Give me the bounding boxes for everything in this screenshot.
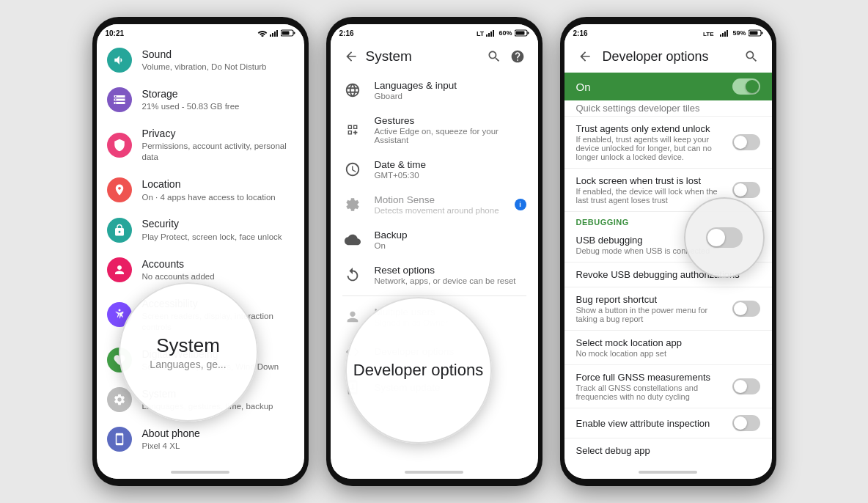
dev-item-trust[interactable]: Trust agents only extend unlock If enabl… bbox=[564, 117, 772, 168]
backup-title: Backup bbox=[375, 230, 526, 241]
status-time-2: 2:16 bbox=[339, 29, 354, 37]
dev-on-toggle[interactable] bbox=[732, 78, 760, 95]
viewattr-toggle[interactable] bbox=[732, 415, 760, 431]
dev-item-debugapp[interactable]: Select debug app bbox=[564, 438, 772, 463]
trust-title: Trust agents only extend unlock bbox=[576, 123, 727, 134]
viewattr-text: Enable view attribute inspection bbox=[576, 418, 727, 429]
status-right-3: LTE 59% bbox=[703, 29, 762, 37]
svg-rect-2 bbox=[274, 32, 276, 37]
svg-rect-11 bbox=[490, 32, 492, 37]
dev-item-viewattr[interactable]: Enable view attribute inspection bbox=[564, 408, 772, 438]
svg-rect-6 bbox=[282, 32, 289, 35]
svg-rect-17 bbox=[720, 34, 721, 37]
storage-icon bbox=[107, 87, 132, 112]
trust-toggle[interactable] bbox=[732, 134, 760, 150]
svg-rect-19 bbox=[724, 32, 726, 37]
security-subtitle: Play Protect, screen lock, face unlock bbox=[142, 232, 294, 243]
settings-item-security[interactable]: Security Play Protect, screen lock, face… bbox=[97, 210, 304, 249]
datetime-sub: GMT+05:30 bbox=[375, 171, 526, 180]
settings-item-privacy[interactable]: Privacy Permissions, account activity, p… bbox=[97, 120, 304, 170]
motion-text: Motion Sense Detects movement around pho… bbox=[375, 194, 503, 215]
back-button-2[interactable] bbox=[339, 45, 363, 68]
svg-rect-9 bbox=[486, 34, 488, 37]
gnss-text: Force full GNSS measurements Track all G… bbox=[576, 372, 727, 401]
settings-item-tips[interactable]: Tips & support Help articles, phone & ch… bbox=[97, 459, 304, 466]
settings-item-storage[interactable]: Storage 21% used - 50.83 GB free bbox=[97, 80, 304, 120]
usb-magnifier bbox=[684, 197, 765, 278]
bugreport-sub: Show a button in the power menu for taki… bbox=[576, 306, 727, 323]
languages-sub: Gboard bbox=[375, 92, 526, 100]
svg-rect-14 bbox=[527, 32, 529, 34]
lte-text-3: LTE bbox=[703, 29, 718, 37]
phone-3-status-bar: 2:16 LTE 59% bbox=[564, 24, 772, 40]
svg-rect-1 bbox=[272, 33, 273, 37]
magnifier-title: System bbox=[156, 334, 220, 357]
magnifier-developer: Developer options bbox=[345, 297, 492, 444]
sys-item-reset[interactable]: Reset options Network, apps, or device c… bbox=[331, 257, 538, 293]
lockscreen-toggle[interactable] bbox=[732, 182, 760, 198]
settings-item-sound[interactable]: Sound Volume, vibration, Do Not Disturb bbox=[97, 40, 304, 80]
security-text: Security Play Protect, screen lock, face… bbox=[142, 217, 294, 242]
dev-item-gnss[interactable]: Force full GNSS measurements Track all G… bbox=[564, 365, 772, 408]
svg-rect-10 bbox=[488, 33, 490, 37]
dev-item-mock[interactable]: Select mock location app No mock locatio… bbox=[564, 331, 772, 364]
storage-subtitle: 21% used - 50.83 GB free bbox=[142, 101, 294, 112]
mock-sub: No mock location app set bbox=[576, 349, 760, 358]
lockscreen-title: Lock screen when trust is lost bbox=[576, 175, 727, 186]
status-time-3: 2:16 bbox=[573, 29, 588, 37]
sys-item-motion[interactable]: Motion Sense Detects movement around pho… bbox=[331, 187, 538, 222]
sys-item-gestures[interactable]: Gestures Active Edge on, squeeze for you… bbox=[331, 108, 538, 152]
bugreport-toggle[interactable] bbox=[732, 301, 760, 317]
security-icon bbox=[107, 218, 132, 243]
motion-sub: Detects movement around phone bbox=[375, 206, 503, 215]
battery-icon-3 bbox=[749, 29, 763, 37]
sys-item-backup[interactable]: Backup On bbox=[331, 222, 538, 257]
help-button-2[interactable] bbox=[506, 45, 529, 68]
search-button-2[interactable] bbox=[482, 45, 506, 68]
dev-item-quicksettings[interactable]: Quick settings developer tiles bbox=[564, 100, 772, 116]
backup-text: Backup On bbox=[375, 230, 526, 250]
viewattr-toggle-thumb bbox=[734, 416, 747, 430]
sys-item-datetime[interactable]: Date & time GMT+05:30 bbox=[331, 152, 538, 187]
mock-title: Select mock location app bbox=[576, 337, 760, 348]
trust-text: Trust agents only extend unlock If enabl… bbox=[576, 123, 727, 161]
phone-2: 2:16 LTE 60% System bbox=[326, 17, 542, 486]
system-icon bbox=[107, 387, 132, 412]
backup-sub: On bbox=[375, 241, 526, 250]
lockscreen-toggle-thumb bbox=[734, 183, 747, 197]
storage-text: Storage 21% used - 50.83 GB free bbox=[142, 87, 294, 112]
trust-row: Trust agents only extend unlock If enabl… bbox=[576, 123, 760, 161]
sound-icon bbox=[107, 48, 132, 73]
settings-item-about[interactable]: About phone Pixel 4 XL bbox=[97, 419, 304, 459]
bugreport-toggle-thumb bbox=[734, 302, 747, 315]
magnifier-system: System Languages, ge... bbox=[119, 282, 258, 422]
bugreport-row: Bug report shortcut Show a button in the… bbox=[576, 294, 760, 323]
gnss-title: Force full GNSS measurements bbox=[576, 372, 727, 383]
status-right-2: LTE 60% bbox=[477, 29, 529, 37]
dev-item-bugreport[interactable]: Bug report shortcut Show a button in the… bbox=[564, 287, 772, 330]
settings-item-location[interactable]: Location On · 4 apps have access to loca… bbox=[97, 170, 304, 210]
gnss-sub: Track all GNSS constellations and freque… bbox=[576, 383, 727, 401]
gestures-sub: Active Edge on, squeeze for your Assista… bbox=[375, 127, 526, 144]
phone-1-settings-list: Sound Volume, vibration, Do Not Disturb … bbox=[97, 40, 304, 466]
wifi-icon bbox=[257, 29, 268, 37]
usb-toggle-magnified[interactable] bbox=[706, 227, 743, 248]
svg-text:LTE: LTE bbox=[703, 31, 714, 37]
trust-sub: If enabled, trust agents will keep your … bbox=[576, 135, 727, 161]
clock-icon bbox=[342, 159, 363, 180]
gnss-toggle[interactable] bbox=[732, 378, 760, 394]
dev-on-bar[interactable]: On bbox=[564, 73, 772, 100]
sound-subtitle: Volume, vibration, Do Not Disturb bbox=[142, 62, 294, 73]
magnifier-dev-title: Developer options bbox=[353, 361, 483, 380]
svg-point-7 bbox=[118, 309, 120, 312]
magnifier-subtitle: Languages, ge... bbox=[150, 359, 226, 370]
home-indicator-2 bbox=[405, 471, 463, 474]
sys-item-languages[interactable]: Languages & input Gboard bbox=[331, 73, 538, 108]
about-text: About phone Pixel 4 XL bbox=[142, 427, 294, 452]
search-button-3[interactable] bbox=[740, 45, 763, 68]
back-button-3[interactable] bbox=[573, 45, 597, 68]
svg-text:LTE: LTE bbox=[477, 30, 484, 37]
about-title: About phone bbox=[142, 427, 294, 440]
gestures-text: Gestures Active Edge on, squeeze for you… bbox=[375, 115, 526, 144]
privacy-text: Privacy Permissions, account activity, p… bbox=[142, 127, 294, 163]
